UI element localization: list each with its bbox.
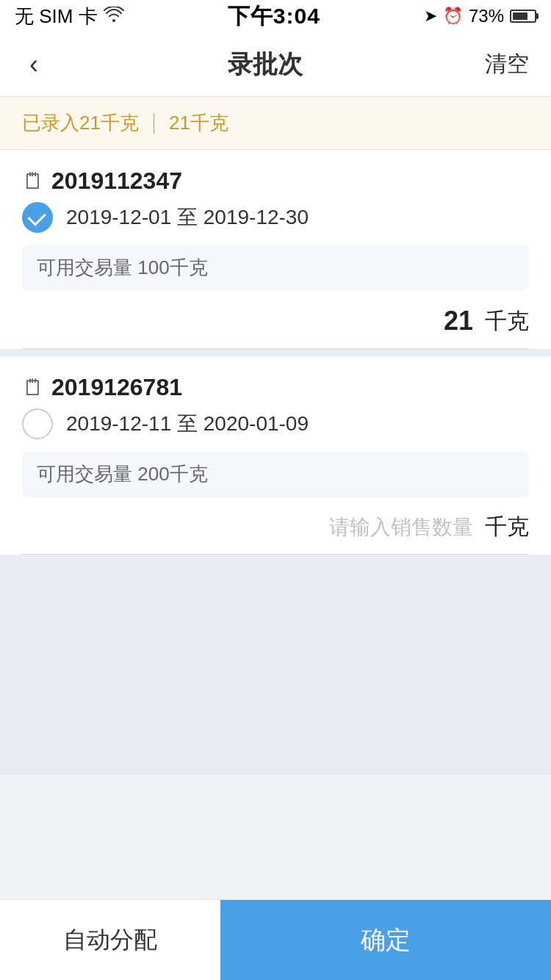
recorded-label: 已录入21千克 (22, 110, 139, 136)
status-bar: 无 SIM 卡 下午3:04 ➤ ⏰ 73% (0, 0, 551, 32)
info-bar: 已录入21千克 21千克 (0, 97, 551, 150)
batch-id-icon-2: 🗒 (22, 375, 44, 400)
wifi-icon (104, 5, 124, 28)
confirm-button[interactable]: 确定 (220, 900, 551, 980)
batch-avail-2: 可用交易量 200千克 (22, 451, 529, 497)
batch-date-row-2[interactable]: 2019-12-11 至 2020-01-09 (22, 408, 529, 439)
batch-input-placeholder-2[interactable]: 请输入销售数量 (22, 514, 473, 541)
location-icon: ➤ (424, 7, 437, 26)
back-button[interactable]: ‹ (22, 42, 46, 87)
status-left: 无 SIM 卡 (15, 4, 124, 29)
batch-id-2: 2019126781 (51, 374, 182, 401)
bottom-buttons: 自动分配 确定 (0, 899, 551, 980)
batch-item-1: 🗒 2019112347 2019-12-01 至 2019-12-30 可用交… (0, 150, 551, 349)
batch-input-value-1[interactable]: 21 (444, 306, 473, 336)
battery-percent: 73% (469, 6, 504, 26)
batch-header-2: 🗒 2019126781 (22, 374, 529, 401)
batch-avail-1: 可用交易量 100千克 (22, 245, 529, 291)
radio-2[interactable] (22, 408, 53, 439)
batch-input-unit-2: 千克 (485, 512, 529, 542)
alarm-icon: ⏰ (443, 7, 463, 26)
batch-date-1: 2019-12-01 至 2019-12-30 (66, 203, 309, 231)
batch-input-unit-1: 千克 (485, 306, 529, 336)
info-divider (154, 113, 154, 134)
batch-input-row-1: 21 千克 (22, 291, 529, 349)
batch-date-2: 2019-12-11 至 2020-01-09 (66, 410, 309, 438)
battery-icon (510, 10, 536, 23)
recorded-value: 21千克 (169, 110, 228, 136)
bottom-spacer (0, 555, 551, 775)
sim-label: 无 SIM 卡 (15, 4, 98, 29)
batch-input-field-row-2[interactable]: 请输入销售数量 千克 (22, 497, 529, 555)
batch-id-icon-1: 🗒 (22, 169, 44, 194)
status-time: 下午3:04 (228, 1, 320, 32)
nav-bar: ‹ 录批次 清空 (0, 32, 551, 97)
radio-1[interactable] (22, 202, 53, 233)
batch-id-1: 2019112347 (51, 167, 182, 195)
auto-distribute-button[interactable]: 自动分配 (0, 900, 220, 980)
page-content: 已录入21千克 21千克 🗒 2019112347 2019-12-01 至 2… (0, 97, 551, 856)
clear-button[interactable]: 清空 (485, 49, 529, 79)
batch-header-1: 🗒 2019112347 (22, 167, 529, 195)
batch-item-2: 🗒 2019126781 2019-12-11 至 2020-01-09 可用交… (0, 356, 551, 555)
batch-date-row-1[interactable]: 2019-12-01 至 2019-12-30 (22, 202, 529, 233)
page-title: 录批次 (228, 48, 303, 82)
separator-1 (0, 349, 551, 356)
status-right: ➤ ⏰ 73% (424, 6, 536, 26)
